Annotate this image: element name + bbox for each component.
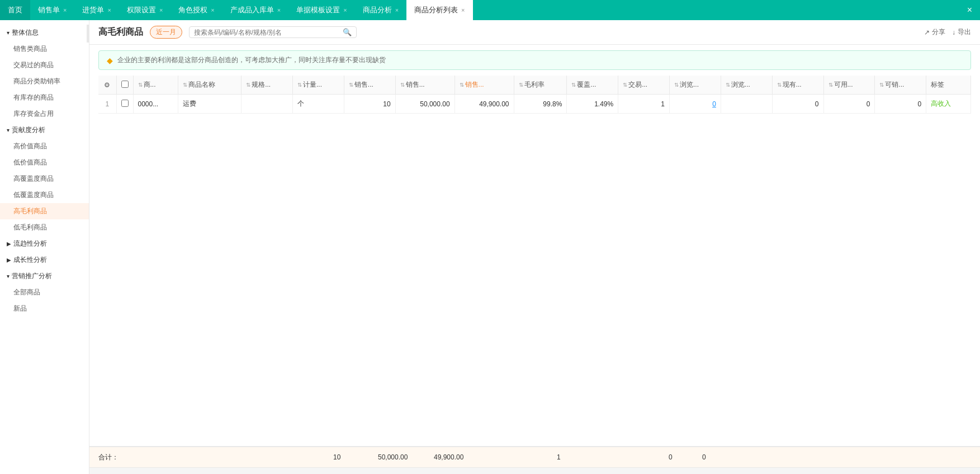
header-actions: ↗ 分享 ↓ 导出 — [924, 27, 971, 37]
close-icon[interactable]: × — [395, 7, 399, 13]
main-content: 高毛利商品 近一月 🔍 ↗ 分享 ↓ 导出 ◆ 企业的主要的利润都是这部分商品创… — [89, 20, 980, 474]
footer-values: 10 50,000.00 49,900.00 1 0 0 — [143, 453, 971, 461]
col-browse2[interactable]: ⇅浏览... — [721, 76, 772, 95]
chevron-right-icon: ▶ — [7, 241, 11, 247]
chevron-down-icon: ▾ — [7, 273, 10, 279]
col-checkbox[interactable] — [116, 76, 133, 95]
col-tag: 标签 — [926, 76, 971, 95]
close-icon[interactable]: × — [461, 7, 465, 13]
col-gross[interactable]: ⇅毛利率 — [514, 76, 567, 95]
search-icon[interactable]: 🔍 — [343, 28, 352, 36]
close-icon[interactable]: × — [107, 7, 111, 13]
nav-role[interactable]: 角色授权 × — [171, 0, 222, 20]
col-stock2[interactable]: ⇅可用... — [823, 76, 875, 95]
table-row: 1 0000... 运费 个 10 50,000.00 49,900.00 99… — [98, 95, 971, 114]
close-icon[interactable]: × — [343, 7, 347, 13]
product-table: ⚙ ⇅商... ⇅商品名称 ⇅规格... ⇅计量... ⇅销售... ⇅销售..… — [98, 76, 971, 114]
nav-sales[interactable]: 销售单 × — [30, 0, 74, 20]
row-name[interactable]: 运费 — [178, 95, 242, 114]
row-sales2: 50,000.00 — [395, 95, 455, 114]
info-banner: ◆ 企业的主要的利润都是这部分商品创造的，可考虑加大推广，同时关注库存量不要出现… — [98, 50, 971, 70]
nav-permission[interactable]: 权限设置 × — [119, 0, 171, 20]
page-title: 高毛利商品 — [98, 26, 143, 38]
col-stock3[interactable]: ⇅可销... — [875, 76, 926, 95]
footer-trade: 1 — [557, 453, 602, 461]
col-name[interactable]: ⇅商品名称 — [178, 76, 242, 95]
row-unit: 个 — [293, 95, 344, 114]
nav-product-storage[interactable]: 产成品入库单 × — [222, 0, 288, 20]
col-stock1[interactable]: ⇅现有... — [772, 76, 823, 95]
sidebar-item-low-margin[interactable]: 低毛利商品 — [0, 219, 89, 236]
row-trade: 1 — [618, 95, 670, 114]
chevron-right-icon: ▶ — [7, 257, 11, 263]
footer-sales3: 49,900.00 — [434, 453, 490, 461]
col-settings[interactable]: ⚙ — [98, 76, 116, 95]
sidebar-item-sales-goods[interactable]: 销售类商品 — [0, 41, 89, 57]
sidebar-group-contribution[interactable]: ▾ 贡献度分析 — [0, 122, 89, 138]
search-input[interactable] — [194, 29, 343, 36]
table-header-row: ⚙ ⇅商... ⇅商品名称 ⇅规格... ⇅计量... ⇅销售... ⇅销售..… — [98, 76, 971, 95]
select-all-checkbox[interactable] — [121, 81, 129, 88]
sidebar-item-all-goods[interactable]: 全部商品 — [0, 284, 89, 301]
row-stock1: 0 — [772, 95, 823, 114]
sidebar-group-growth[interactable]: ▶ 成长性分析 — [0, 252, 89, 268]
nav-home[interactable]: 首页 — [0, 0, 30, 20]
col-code[interactable]: ⇅商... — [133, 76, 178, 95]
col-spec[interactable]: ⇅规格... — [242, 76, 293, 95]
chevron-down-icon: ▾ — [7, 30, 10, 36]
sidebar-item-low-value[interactable]: 低价值商品 — [0, 154, 89, 171]
col-browse1[interactable]: ⇅浏览... — [670, 76, 721, 95]
sidebar-group-marketing[interactable]: ▾ 营销推广分析 — [0, 268, 89, 284]
search-box: 🔍 — [189, 26, 357, 38]
col-trade[interactable]: ⇅交易... — [618, 76, 670, 95]
sidebar-item-high-margin[interactable]: 高毛利商品 — [0, 203, 89, 219]
info-icon: ◆ — [107, 56, 113, 65]
row-spec — [242, 95, 293, 114]
sidebar-item-high-value[interactable]: 高价值商品 — [0, 138, 89, 154]
total-label: 合计： — [98, 453, 143, 462]
sidebar-item-high-coverage[interactable]: 高覆盖度商品 — [0, 171, 89, 187]
row-sales3: 49,900.00 — [455, 95, 514, 114]
close-all-button[interactable]: × — [959, 5, 980, 15]
data-table-container: ⚙ ⇅商... ⇅商品名称 ⇅规格... ⇅计量... ⇅销售... ⇅销售..… — [89, 76, 980, 446]
export-icon: ↓ — [952, 29, 955, 36]
filter-month-button[interactable]: 近一月 — [150, 26, 182, 39]
row-checkbox[interactable] — [116, 95, 133, 114]
nav-purchase[interactable]: 进货单 × — [74, 0, 119, 20]
sidebar-item-new-goods[interactable]: 新品 — [0, 301, 89, 317]
col-unit[interactable]: ⇅计量... — [293, 76, 344, 95]
sidebar-item-low-coverage[interactable]: 低覆盖度商品 — [0, 187, 89, 203]
sidebar-collapse-button[interactable]: « — [87, 25, 89, 43]
nav-product-analysis[interactable]: 商品分析 × — [355, 0, 406, 20]
chevron-down-icon: ▾ — [7, 127, 10, 133]
sidebar: « ▾ 整体信息 销售类商品 交易过的商品 商品分类助销率 有库存的商品 库存资… — [0, 20, 89, 474]
row-tag: 高收入 — [926, 95, 971, 114]
close-icon[interactable]: × — [277, 7, 281, 13]
sidebar-group-trend[interactable]: ▶ 流趋性分析 — [0, 236, 89, 252]
share-icon: ↗ — [924, 29, 930, 36]
footer-total: 合计： 10 50,000.00 49,900.00 1 0 0 — [89, 446, 980, 467]
content-header: 高毛利商品 近一月 🔍 ↗ 分享 ↓ 导出 — [89, 20, 980, 45]
horizontal-scrollbar[interactable] — [89, 467, 980, 474]
close-icon[interactable]: × — [159, 7, 163, 13]
col-coverage[interactable]: ⇅覆盖... — [567, 76, 618, 95]
share-button[interactable]: ↗ 分享 — [924, 27, 945, 37]
sidebar-item-stock-capital[interactable]: 库存资金占用 — [0, 106, 89, 122]
row-code: 0000... — [133, 95, 178, 114]
sidebar-item-category-rate[interactable]: 商品分类助销率 — [0, 73, 89, 90]
sidebar-item-instock-goods[interactable]: 有库存的商品 — [0, 90, 89, 106]
export-button[interactable]: ↓ 导出 — [952, 27, 971, 37]
col-sales3[interactable]: ⇅销售... — [455, 76, 514, 95]
nav-template[interactable]: 单据模板设置 × — [288, 0, 354, 20]
col-sales1[interactable]: ⇅销售... — [344, 76, 395, 95]
footer-sales1: 10 — [333, 453, 378, 461]
sidebar-item-traded-goods[interactable]: 交易过的商品 — [0, 57, 89, 73]
close-icon[interactable]: × — [211, 7, 214, 13]
col-sales2[interactable]: ⇅销售... — [395, 76, 455, 95]
top-navigation: 首页 销售单 × 进货单 × 权限设置 × 角色授权 × 产成品入库单 × 单据… — [0, 0, 980, 20]
info-text: 企业的主要的利润都是这部分商品创造的，可考虑加大推广，同时关注库存量不要出现缺货 — [117, 55, 386, 65]
nav-product-analysis-list[interactable]: 商品分析列表 × — [406, 0, 472, 20]
close-icon[interactable]: × — [63, 7, 67, 13]
sidebar-group-overall[interactable]: ▾ 整体信息 — [0, 25, 89, 41]
row-browse1[interactable]: 0 — [670, 95, 721, 114]
